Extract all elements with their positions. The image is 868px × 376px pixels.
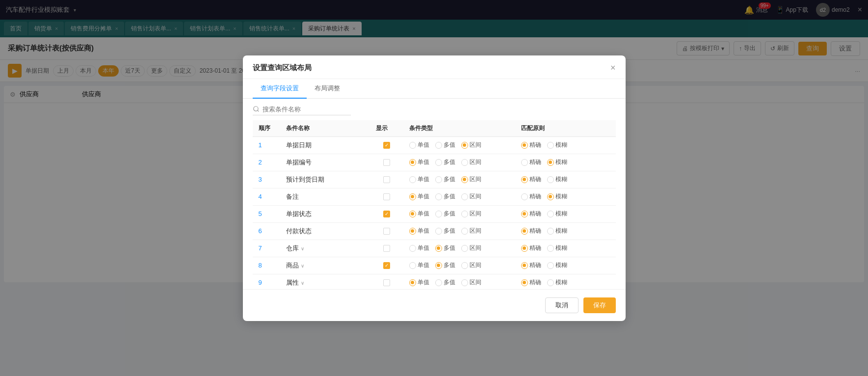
radio-区间[interactable]: 区间 — [461, 244, 481, 252]
radio-精确[interactable]: 精确 — [521, 175, 541, 184]
col-header-type: 条件类型 — [403, 120, 515, 137]
radio-多值[interactable]: 多值 — [435, 278, 455, 286]
radio-多值[interactable]: 多值 — [435, 210, 455, 218]
show-checkbox[interactable] — [383, 193, 390, 200]
dialog-header: 设置查询区域布局 × — [243, 55, 626, 79]
radio-单值[interactable]: 单值 — [409, 227, 429, 235]
show-checkbox[interactable] — [383, 262, 390, 269]
radio-circle — [547, 193, 554, 200]
radio-精确[interactable]: 精确 — [521, 210, 541, 218]
tab-layout-adjust[interactable]: 布局调整 — [307, 79, 348, 99]
row-show — [370, 188, 403, 205]
radio-label: 单值 — [418, 175, 429, 184]
radio-精确[interactable]: 精确 — [521, 141, 541, 149]
radio-模糊[interactable]: 模糊 — [547, 227, 567, 235]
radio-区间[interactable]: 区间 — [461, 210, 481, 218]
row-type: 单值 多值 区间 — [403, 257, 515, 274]
radio-模糊[interactable]: 模糊 — [547, 158, 567, 166]
radio-label: 模糊 — [555, 210, 567, 218]
radio-单值[interactable]: 单值 — [409, 192, 429, 201]
search-input[interactable] — [263, 106, 341, 113]
dialog-tab-bar: 查询字段设置 布局调整 — [243, 79, 626, 99]
row-order: 1 — [253, 137, 281, 154]
match-radio-group: 精确 模糊 — [521, 192, 610, 201]
show-checkbox[interactable] — [383, 211, 390, 217]
show-checkbox[interactable] — [383, 245, 390, 252]
row-type: 单值 多值 区间 — [403, 222, 515, 240]
radio-label: 模糊 — [555, 227, 567, 235]
radio-label: 单值 — [418, 244, 429, 252]
radio-模糊[interactable]: 模糊 — [547, 278, 567, 286]
radio-单值[interactable]: 单值 — [409, 158, 429, 166]
radio-label: 精确 — [529, 158, 541, 166]
radio-label: 模糊 — [555, 261, 567, 269]
radio-circle — [461, 159, 468, 166]
radio-区间[interactable]: 区间 — [461, 278, 481, 286]
radio-精确[interactable]: 精确 — [521, 227, 541, 235]
radio-区间[interactable]: 区间 — [461, 141, 481, 149]
tab-query-fields[interactable]: 查询字段设置 — [253, 79, 307, 99]
radio-label: 区间 — [470, 244, 481, 252]
radio-区间[interactable]: 区间 — [461, 261, 481, 269]
show-checkbox[interactable] — [383, 228, 390, 235]
radio-区间[interactable]: 区间 — [461, 192, 481, 201]
radio-多值[interactable]: 多值 — [435, 261, 455, 269]
radio-circle — [521, 211, 528, 217]
radio-circle — [435, 279, 442, 286]
radio-circle — [435, 262, 442, 269]
radio-circle — [409, 142, 416, 149]
match-radio-group: 精确 模糊 — [521, 244, 610, 252]
radio-circle — [461, 262, 468, 269]
radio-circle — [521, 142, 528, 149]
radio-单值[interactable]: 单值 — [409, 244, 429, 252]
radio-区间[interactable]: 区间 — [461, 158, 481, 166]
radio-区间[interactable]: 区间 — [461, 227, 481, 235]
radio-模糊[interactable]: 模糊 — [547, 192, 567, 201]
radio-多值[interactable]: 多值 — [435, 244, 455, 252]
row-order: 5 — [253, 205, 281, 222]
modal-overlay: 设置查询区域布局 × 查询字段设置 布局调整 — [0, 0, 868, 286]
row-name: 属性 ∨ — [280, 274, 369, 286]
row-match: 精确 模糊 — [515, 188, 616, 205]
radio-精确[interactable]: 精确 — [521, 244, 541, 252]
radio-circle — [461, 228, 468, 235]
radio-精确[interactable]: 精确 — [521, 261, 541, 269]
radio-单值[interactable]: 单值 — [409, 278, 429, 286]
radio-单值[interactable]: 单值 — [409, 261, 429, 269]
radio-多值[interactable]: 多值 — [435, 175, 455, 184]
col-header-order: 顺序 — [253, 120, 281, 137]
radio-区间[interactable]: 区间 — [461, 175, 481, 184]
show-checkbox[interactable] — [383, 142, 390, 149]
radio-label: 单值 — [418, 192, 429, 201]
radio-模糊[interactable]: 模糊 — [547, 175, 567, 184]
radio-模糊[interactable]: 模糊 — [547, 141, 567, 149]
radio-label: 精确 — [529, 227, 541, 235]
show-checkbox[interactable] — [383, 279, 390, 286]
radio-circle — [409, 228, 416, 235]
radio-模糊[interactable]: 模糊 — [547, 210, 567, 218]
radio-单值[interactable]: 单值 — [409, 141, 429, 149]
radio-多值[interactable]: 多值 — [435, 192, 455, 201]
row-name: 付款状态 — [280, 222, 369, 240]
radio-多值[interactable]: 多值 — [435, 141, 455, 149]
radio-精确[interactable]: 精确 — [521, 278, 541, 286]
dialog-close-button[interactable]: × — [610, 63, 616, 72]
show-checkbox[interactable] — [383, 159, 390, 166]
radio-多值[interactable]: 多值 — [435, 158, 455, 166]
radio-模糊[interactable]: 模糊 — [547, 244, 567, 252]
radio-label: 多值 — [444, 175, 455, 184]
radio-精确[interactable]: 精确 — [521, 192, 541, 201]
row-type: 单值 多值 区间 — [403, 154, 515, 171]
table-row: 5 单据状态 单值 多值 区间 精确 — [253, 205, 616, 222]
table-row: 9 属性 ∨ 单值 多值 区间 精确 — [253, 274, 616, 286]
show-checkbox[interactable] — [383, 176, 390, 183]
table-row: 3 预计到货日期 单值 多值 区间 精确 — [253, 171, 616, 188]
radio-多值[interactable]: 多值 — [435, 227, 455, 235]
radio-label: 单值 — [418, 158, 429, 166]
radio-单值[interactable]: 单值 — [409, 175, 429, 184]
table-row: 7 仓库 ∨ 单值 多值 区间 精确 — [253, 240, 616, 257]
row-match: 精确 模糊 — [515, 137, 616, 154]
radio-模糊[interactable]: 模糊 — [547, 261, 567, 269]
radio-精确[interactable]: 精确 — [521, 158, 541, 166]
radio-单值[interactable]: 单值 — [409, 210, 429, 218]
